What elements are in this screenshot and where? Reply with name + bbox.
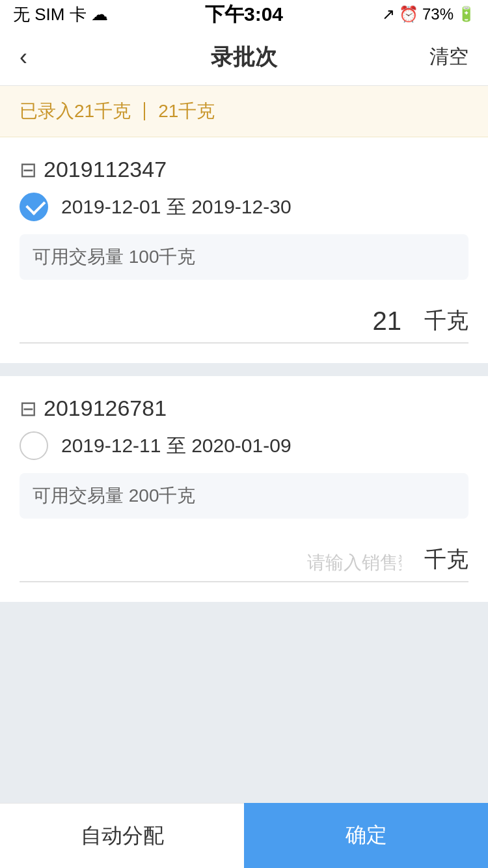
recorded-value: 21千克 (158, 99, 215, 124)
batch2-available: 可用交易量 200千克 (20, 473, 468, 519)
status-time: 下午3:04 (205, 1, 283, 28)
battery-label: 73% (422, 5, 454, 23)
batch2-date-range: 2019-12-11 至 2020-01-09 (61, 433, 291, 459)
batch1-available: 可用交易量 100千克 (20, 234, 468, 280)
batch1-date-range: 2019-12-01 至 2019-12-30 (61, 194, 291, 221)
batch2-id: 2019126781 (44, 396, 167, 421)
battery-icon: 🔋 (457, 6, 475, 23)
status-bar: 无 SIM 卡 ☁ 下午3:04 ↗ ⏰ 73% 🔋 (0, 0, 488, 29)
batch2-radio[interactable] (20, 431, 48, 460)
batch2-date-row[interactable]: 2019-12-11 至 2020-01-09 (20, 431, 468, 460)
batch1-quantity-row: 千克 (20, 293, 468, 344)
alarm-icon: ⏰ (399, 5, 418, 23)
auto-distribute-button[interactable]: 自动分配 (0, 803, 244, 868)
clear-button[interactable]: 清空 (429, 44, 468, 70)
status-left: 无 SIM 卡 ☁ (13, 3, 108, 26)
recorded-label: 已录入21千克 (20, 99, 131, 124)
batch1-card: ⊟ 2019112347 2019-12-01 至 2019-12-30 可用交… (0, 137, 488, 363)
back-button[interactable]: ‹ (20, 44, 59, 71)
page-title: 录批次 (211, 42, 277, 72)
batch2-unit: 千克 (424, 545, 468, 575)
batch1-unit: 千克 (424, 306, 468, 336)
batch2-quantity-input[interactable] (307, 545, 411, 575)
bottom-bar: 自动分配 确定 (0, 803, 488, 868)
location-icon: ↗ (382, 5, 395, 23)
batch2-card: ⊟ 2019126781 2019-12-11 至 2020-01-09 可用交… (0, 376, 488, 602)
batch1-id-icon: ⊟ (20, 157, 37, 182)
info-divider (144, 102, 145, 120)
batch1-date-row[interactable]: 2019-12-01 至 2019-12-30 (20, 193, 468, 221)
confirm-button[interactable]: 确定 (244, 803, 488, 868)
batch1-radio[interactable] (20, 193, 48, 221)
batch1-quantity-input[interactable] (307, 306, 411, 336)
divider-1 (0, 363, 488, 376)
divider-2 (0, 602, 488, 615)
status-right: ↗ ⏰ 73% 🔋 (382, 5, 475, 23)
sim-label: 无 SIM 卡 ☁ (13, 3, 108, 26)
batch2-id-row: ⊟ 2019126781 (20, 396, 468, 421)
batch2-quantity-row: 千克 (20, 532, 468, 582)
info-bar: 已录入21千克 21千克 (0, 86, 488, 137)
batch1-id-row: ⊟ 2019112347 (20, 157, 468, 182)
batch1-id: 2019112347 (44, 157, 167, 182)
batch2-id-icon: ⊟ (20, 396, 37, 421)
nav-bar: ‹ 录批次 清空 (0, 29, 488, 86)
